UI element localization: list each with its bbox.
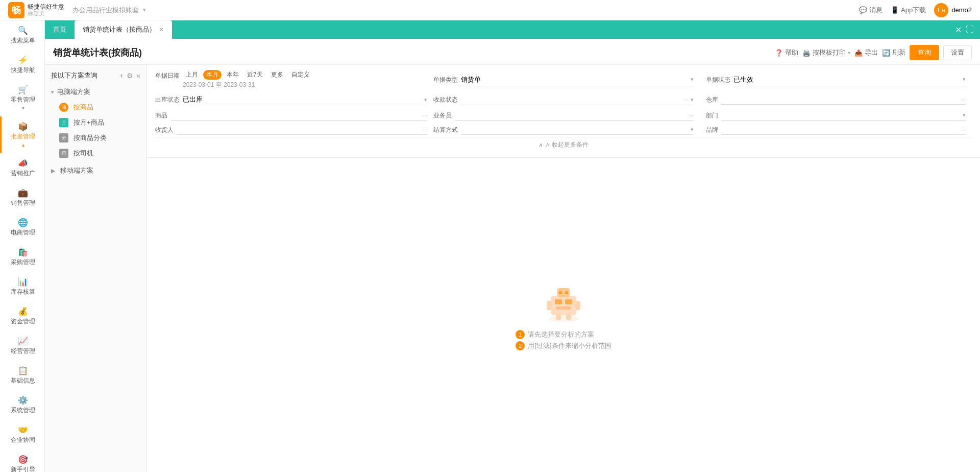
page-header: 销货单统计表(按商品) ❓ 帮助 🖨️ 按模板打印 ▾ 📤 导出 <box>45 39 980 65</box>
operation-icon: 📈 <box>4 336 42 346</box>
scheme-settings-icon[interactable]: ⚙ <box>127 72 133 80</box>
print-icon: 🖨️ <box>802 49 811 57</box>
tab-home[interactable]: 首页 <box>45 20 75 39</box>
sidebar-item-finance[interactable]: 💰 资金管理 <box>0 301 44 331</box>
settlement-select[interactable]: ▾ <box>461 125 693 135</box>
sidebar-item-basic[interactable]: 📋 基础信息 <box>0 361 44 390</box>
product-input[interactable]: ··· <box>170 111 427 121</box>
sidebar-item-search[interactable]: 🔍 搜索菜单 <box>0 20 44 50</box>
collapse-panel-icon[interactable]: « <box>136 72 140 80</box>
help-button[interactable]: ❓ 帮助 <box>775 48 798 57</box>
filter-cell-brand: 品牌 ··· <box>700 125 972 135</box>
recipient-input[interactable]: ··· <box>177 125 427 135</box>
export-button[interactable]: 📤 导出 <box>854 48 878 57</box>
sidebar-item-ecommerce[interactable]: 🌐 电商管理 <box>0 213 44 242</box>
sidebar-item-cooperation[interactable]: 🤝 企业协同 <box>0 420 44 450</box>
doc-type-label: 单据类型 <box>433 76 458 84</box>
svg-point-0 <box>548 316 579 322</box>
collapse-label: ∧ 收起更多条件 <box>545 140 589 149</box>
department-label: 部门 <box>706 111 718 120</box>
app-selector[interactable]: 办公用品行业模拟账套 <box>72 6 139 15</box>
date-last-month-btn[interactable]: 上月 <box>183 70 201 80</box>
filter-cell-doc-type: 单据类型 销货单 ▾ <box>427 70 699 89</box>
salesperson-input[interactable]: ··· <box>455 111 693 121</box>
product-label: 商品 <box>155 111 167 120</box>
search-icon: 🔍 <box>4 26 42 35</box>
warehouse-input[interactable]: ··· <box>721 95 966 105</box>
svg-rect-9 <box>575 301 580 310</box>
query-button[interactable]: 查询 <box>910 45 939 60</box>
date-controls: 上月 本月 本年 近7天 更多 自定义 2023-03-01 至 2023-03… <box>183 70 427 89</box>
sidebar-item-system[interactable]: ⚙️ 系统管理 <box>0 390 44 420</box>
app-download-button[interactable]: 📱 App下载 <box>891 6 926 15</box>
page-title: 销货单统计表(按商品) <box>53 46 142 59</box>
tab-close-icon[interactable]: ✕ <box>159 26 164 33</box>
sidebar-item-wholesale[interactable]: 📦 批发管理 ▴ <box>0 116 44 153</box>
recipient-dots-icon[interactable]: ··· <box>423 127 427 133</box>
date-this-month-btn[interactable]: 本月 <box>203 70 222 80</box>
tree-item-by-category[interactable]: 分 按商品分类 <box>45 130 146 146</box>
payment-dots-icon[interactable]: ··· <box>683 97 688 103</box>
by-month-label: 按月+商品 <box>74 118 104 127</box>
maximize-window-icon[interactable]: ⛶ <box>966 25 974 34</box>
finance-icon: 💰 <box>4 306 42 316</box>
sidebar-item-sales[interactable]: 💼 销售管理 <box>0 183 44 213</box>
brand-dots-icon[interactable]: ··· <box>961 127 966 133</box>
svg-rect-2 <box>555 299 562 304</box>
doc-type-select[interactable]: 销货单 ▾ <box>461 74 693 86</box>
print-arrow-icon: ▾ <box>848 50 850 56</box>
settings-button[interactable]: 设置 <box>943 45 972 60</box>
sidebar-label-marketing: 营销推广 <box>4 169 42 178</box>
tree-expand-icon[interactable]: ▾ <box>51 89 54 96</box>
warehouse-dots-icon[interactable]: ··· <box>961 97 966 103</box>
filter-cell-recipient: 收货人 ··· <box>155 125 427 135</box>
date-7days-btn[interactable]: 近7天 <box>244 70 266 80</box>
dropdown-arrow-icon[interactable]: ▾ <box>143 7 146 13</box>
date-this-year-btn[interactable]: 本年 <box>224 70 242 80</box>
add-scheme-icon[interactable]: + <box>119 72 124 80</box>
sidebar-item-operation[interactable]: 📈 经营管理 <box>0 331 44 361</box>
sidebar-label-system: 系统管理 <box>4 406 42 415</box>
tree-mobile-expand-icon[interactable]: ▶ <box>51 168 55 174</box>
retail-expand-icon: ▾ <box>22 105 24 111</box>
payment-select[interactable]: ··· ▾ <box>461 95 693 105</box>
sidebar-item-marketing[interactable]: 📣 营销推广 <box>0 153 44 183</box>
inventory-icon: 📊 <box>4 277 42 287</box>
warehouse-label: 仓库 <box>706 96 718 104</box>
payment-label: 收款状态 <box>433 96 458 104</box>
date-more-btn[interactable]: 更多 <box>268 70 286 80</box>
tree-item-by-printer[interactable]: 司 按司机 <box>45 146 146 161</box>
tree-item-by-product[interactable]: 商 按商品 <box>45 100 146 115</box>
refresh-button[interactable]: 🔄 刷新 <box>882 48 905 57</box>
settlement-label: 结算方式 <box>433 126 458 134</box>
department-select[interactable]: ▾ <box>721 110 966 121</box>
product-dots-icon[interactable]: ··· <box>423 112 427 119</box>
salesperson-label: 业务员 <box>433 111 452 120</box>
mobile-icon: 📱 <box>891 6 899 14</box>
doc-status-select[interactable]: 已生效 ▾ <box>733 74 966 86</box>
print-button[interactable]: 🖨️ 按模板打印 ▾ <box>802 48 850 57</box>
step-1-text: 请先选择要分析的方案 <box>528 330 594 339</box>
sidebar-item-quick-nav[interactable]: ⚡ 快捷导航 <box>0 50 44 80</box>
by-printer-icon: 司 <box>59 149 68 158</box>
brand-input[interactable]: ··· <box>721 125 966 135</box>
sidebar-item-guide[interactable]: 🎯 新手引导 <box>0 450 44 472</box>
salesperson-dots-icon[interactable]: ··· <box>689 112 693 119</box>
tab-sales-report[interactable]: 销货单统计表（按商品） ✕ <box>75 20 172 39</box>
outbound-select[interactable]: 已出库 ▾ <box>183 93 427 106</box>
date-custom-btn[interactable]: 自定义 <box>288 70 313 80</box>
user-menu[interactable]: Ea demo2 <box>934 3 972 17</box>
sidebar-item-retail[interactable]: 🛒 零售管理 ▾ <box>0 80 44 116</box>
message-button[interactable]: 💬 消息 <box>859 6 883 15</box>
tree-mobile-group[interactable]: ▶ 移动端方案 <box>45 163 146 178</box>
empty-step-1: 1 请先选择要分析的方案 <box>516 330 611 339</box>
basic-icon: 📋 <box>4 366 42 375</box>
collapse-filter-button[interactable]: ∧ ∧ 收起更多条件 <box>155 137 972 152</box>
settlement-arrow-icon: ▾ <box>691 126 694 133</box>
sidebar-label-inventory: 库存核算 <box>4 288 42 296</box>
tree-item-by-month[interactable]: 月 按月+商品 <box>45 115 146 130</box>
close-window-icon[interactable]: ✕ <box>955 25 962 35</box>
sidebar-item-purchase[interactable]: 🛍️ 采购管理 <box>0 242 44 272</box>
sidebar-item-inventory[interactable]: 📊 库存核算 <box>0 272 44 301</box>
sidebar-label-purchase: 采购管理 <box>4 258 42 267</box>
